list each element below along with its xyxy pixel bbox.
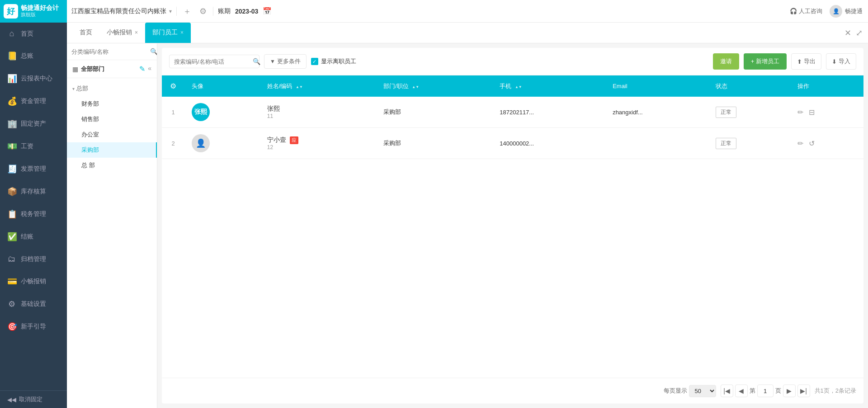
sidebar-item-settings[interactable]: ⚙ 基础设置 [0,293,67,315]
dept-search-input[interactable] [71,48,147,55]
dept-item-caiwu[interactable]: 财务部 [67,96,157,112]
per-page-label: 每页显示 [664,387,687,395]
row2-avatar: 👤 [184,128,260,159]
sidebar-label-guide: 新手引导 [21,323,46,331]
row2-name: 宁小壹 应 12 [260,128,376,159]
col-avatar: 头像 [184,75,260,97]
add-tab-button[interactable]: ＋ [181,6,193,17]
sidebar-item-funds[interactable]: 💰 资金管理 [0,90,67,113]
page-input[interactable] [757,385,774,397]
tabs-bar: 首页 小畅报销 × 部门员工 × ✕ ⤢ [67,23,868,43]
total-info: 共1页，2条记录 [815,387,856,395]
dept-item-caigou[interactable]: 采购部 [67,142,157,158]
col-name[interactable]: 姓名/编码 ▲▼ [260,75,376,97]
logout-button-1[interactable]: ⊟ [809,108,815,117]
support-button[interactable]: 🎧 人工咨询 [790,7,822,15]
sidebar-item-inventory[interactable]: 📦 库存核算 [0,180,67,203]
sidebar-item-tax[interactable]: 📋 税务管理 [0,203,67,225]
refresh-button-2[interactable]: ↺ [809,139,815,148]
add-employee-button[interactable]: + 新增员工 [744,53,787,70]
sidebar-item-expense[interactable]: 💳 小畅报销 [0,270,67,293]
col-phone[interactable]: 手机 ▲▼ [492,75,605,97]
close-tab-button[interactable]: ✕ [844,28,851,38]
row1-actions: ✏ ⊟ [790,97,863,128]
first-page-button[interactable]: |◀ [721,385,733,397]
sidebar-label-invoice: 发票管理 [21,165,46,173]
show-resigned-toggle[interactable]: ✓ 显示离职员工 [311,57,356,66]
sidebar-item-guide[interactable]: 🎯 新手引导 [0,315,67,338]
logo-icon: 好 [4,4,18,19]
tab-expense[interactable]: 小畅报销 × [99,23,145,43]
sidebar-item-checkout[interactable]: ✅ 结账 [0,225,67,248]
calendar-icon[interactable]: 📅 [263,7,272,15]
action-icons-2: ✏ ↺ [797,139,856,148]
sidebar-label-assets: 固定资产 [21,120,46,128]
employee-panel: 🔍 ▼ 更多条件 ✓ 显示离职员工 邀请 + 新增员工 ⬆ [162,48,863,403]
dept-item-bangongshi[interactable]: 办公室 [67,127,157,142]
dept-arrow-icon: ▾ [72,86,75,91]
dept-collapse-button[interactable]: « [148,65,151,73]
emp-search-input[interactable] [174,58,250,65]
assets-icon: 🏢 [7,119,16,129]
row2-dept: 采购部 [376,128,492,159]
logo-area: 好 畅捷通好会计 旗舰版 [0,0,67,23]
di-label: 第 [750,387,755,395]
dept-panel: 🔍 ▦ 全部部门 ✎ « ▾ 总部 [67,43,157,408]
sort-dept-icon: ▲▼ [412,85,419,89]
row2-status: 正常 [708,128,790,159]
row1-phone: 187202117... [492,97,605,128]
settings-button[interactable]: ⚙ [198,6,208,16]
app-title: 畅捷通好会计 [21,4,59,12]
table-settings-icon[interactable]: ⚙ [170,82,176,90]
page-nav: |◀ ◀ 第 页 ▶ ▶| [721,385,810,397]
export-button[interactable]: ⬆ 导出 [791,53,821,70]
tab-home[interactable]: 首页 [72,23,99,43]
divider-1 [176,7,177,16]
tab-expense-close[interactable]: × [135,29,138,36]
content-area: 首页 小畅报销 × 部门员工 × ✕ ⤢ 🔍 [67,23,868,408]
col-dept[interactable]: 部门/职位 ▲▼ [376,75,492,97]
sort-phone-icon: ▲▼ [515,85,522,89]
emp-search-icon[interactable]: 🔍 [253,58,260,65]
user-name: 畅捷通 [845,7,863,15]
dept-search-icon[interactable]: 🔍 [150,48,157,55]
unpin-button[interactable]: ◀◀ 取消固定 [0,390,67,408]
invite-button[interactable]: 邀请 [713,53,739,70]
sidebar-item-ledger[interactable]: 📒 总账 [0,45,67,67]
dept-parent-label: 总部 [76,84,88,93]
tab-dept[interactable]: 部门员工 × [145,23,191,43]
next-page-button[interactable]: ▶ [783,385,796,397]
edit-button-2[interactable]: ✏ [797,139,803,148]
dept-item-xiaoshou[interactable]: 销售部 [67,112,157,127]
company-selector[interactable]: 江西服宝精品有限责任公司内账张 ▾ [71,7,172,15]
import-button[interactable]: ⬇ 导入 [826,53,856,70]
dept-parent-zongbu[interactable]: ▾ 总部 [67,81,157,96]
top-right: 🎧 人工咨询 👤 畅捷通 [790,5,863,18]
last-page-button[interactable]: ▶| [797,385,810,397]
expand-tab-button[interactable]: ⤢ [856,28,863,38]
dept-item-zongbu[interactable]: 总 部 [67,158,157,173]
export-icon: ⬆ [797,58,802,65]
divider-2 [213,7,213,16]
sidebar-item-assets[interactable]: 🏢 固定资产 [0,113,67,135]
sidebar-item-home[interactable]: ⌂ 首页 [0,23,67,45]
sidebar-item-invoice[interactable]: 🧾 发票管理 [0,158,67,180]
filter-button[interactable]: ▼ 更多条件 [264,54,307,69]
avatar: 👤 [830,5,842,18]
sidebar-item-salary[interactable]: 💵 工资 [0,135,67,158]
import-label: 导入 [839,57,850,66]
prev-page-button[interactable]: ◀ [735,385,748,397]
dept-add-button[interactable]: ✎ [139,65,145,73]
avatar-zhang: 张熙 [192,103,210,121]
period-value: 2023-03 [235,8,258,15]
company-dropdown-arrow: ▾ [169,8,172,14]
table-row: 2 👤 宁小壹 应 12 [162,128,863,159]
emp-name-ning: 宁小壹 [267,136,286,143]
sidebar-item-reports[interactable]: 📊 云报表中心 [0,67,67,90]
sidebar-label-home: 首页 [21,30,33,38]
sidebar-item-archive[interactable]: 🗂 归档管理 [0,248,67,270]
edit-button-1[interactable]: ✏ [797,108,803,117]
user-area[interactable]: 👤 畅捷通 [830,5,863,18]
tab-dept-close[interactable]: × [180,29,184,36]
per-page-dropdown[interactable]: 50 20 100 [689,385,716,397]
